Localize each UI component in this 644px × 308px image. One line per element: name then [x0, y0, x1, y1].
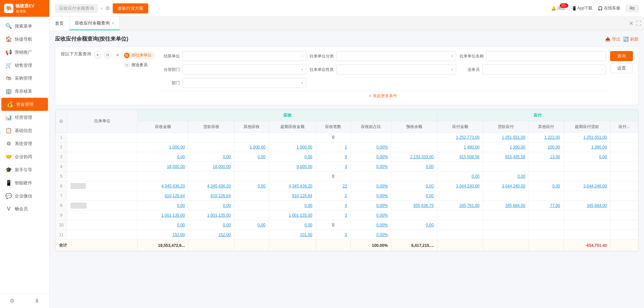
cell-ar_overdue[interactable]: 1,001,135.00 [269, 211, 316, 220]
cell-ar_advance[interactable]: 655,636.75 [391, 201, 437, 211]
cell-ap_loan[interactable]: 1,390.00 [483, 142, 529, 152]
promo-button[interactable]: 体验行业方案 [113, 3, 148, 13]
cell-ar_loan[interactable]: 0.00 [189, 220, 234, 230]
cell-ar_other[interactable]: 0.00 [234, 152, 269, 162]
cell-ar_loan[interactable]: 0.00 [189, 201, 234, 211]
gear-icon[interactable]: ⚙ [105, 5, 110, 11]
cell-ap_other[interactable]: 13.00 [529, 152, 564, 162]
cell-ar_count[interactable]: 3 [316, 211, 351, 220]
service-button[interactable]: 🎧 在线客服 [598, 5, 620, 11]
cell-ar_amount[interactable]: 152.00 [138, 230, 189, 240]
salesperson-input[interactable]: ··· [482, 64, 606, 75]
sidebar-item-wechat[interactable]: 💬 企业微信 [0, 189, 49, 203]
filter-collapse-btn[interactable]: « [114, 51, 121, 58]
sidebar-item-system[interactable]: ⚙ 系统管理 [0, 137, 49, 150]
cell-ar_count[interactable]: 3 [316, 162, 351, 172]
cell-ar_other[interactable]: 0.00 [234, 181, 269, 191]
cell-ar_amount[interactable]: 18,000.00 [138, 162, 189, 172]
cell-ar_ratio[interactable]: 0.00% [351, 152, 391, 162]
user-profile[interactable]: Rit [626, 5, 639, 12]
unit-category-input[interactable]: ▾ [336, 51, 456, 61]
cell-ar_ratio[interactable]: 0.00% [351, 220, 391, 230]
cell-ar_overdue[interactable]: 1,000.00 [269, 142, 316, 152]
refresh-button[interactable]: 🔄 刷新 [623, 36, 639, 42]
unit-nature-input[interactable]: ▾ [336, 64, 456, 75]
dept-input[interactable]: ▾ [182, 78, 306, 88]
sidebar-item-operation[interactable]: 📊 经营管理 [0, 111, 49, 124]
cell-ar_advance[interactable]: 0.00 [391, 191, 437, 201]
cell-ar_count[interactable]: 2 [316, 191, 351, 201]
cell-ap_overdue[interactable]: 1,251,551.00 [564, 133, 610, 142]
cell-ap_loan[interactable]: 3,044,240.00 [483, 181, 529, 191]
cell-ar_ratio[interactable]: 0.00% [351, 181, 391, 191]
dept-manage-input[interactable]: ▾ [182, 64, 306, 75]
sidebar-item-sales[interactable]: 🛒 销售管理 [0, 59, 49, 72]
cell-ar_amount[interactable]: 1,000.00 [138, 142, 189, 152]
cell-ar_amount[interactable]: 0.00 [138, 201, 189, 211]
scheme-by-staff[interactable]: ⊙ 按业务员 [121, 61, 154, 69]
cell-ar_ratio[interactable]: 0.00% [351, 201, 391, 211]
sidebar-item-guide[interactable]: 🎓 新手引导 [0, 163, 49, 176]
cell-ap_loan[interactable]: 0.00 [483, 172, 529, 181]
download-button[interactable]: 📲 App下载 [571, 5, 592, 11]
cell-ar_count[interactable]: 9 [316, 152, 351, 162]
cell-ar_advance[interactable]: 0.00 [391, 220, 437, 230]
sidebar-item-basic[interactable]: 📋 基础信息 [0, 124, 49, 137]
cell-ar_ratio[interactable]: 0.00% [351, 142, 391, 152]
th-settings[interactable]: ⚙ [56, 110, 67, 133]
sidebar-item-search[interactable]: 🔍 搜索菜单 [0, 19, 49, 33]
cell-ar_loan[interactable]: 152.00 [189, 230, 234, 240]
cell-ar_count[interactable]: 22 [316, 181, 351, 191]
sidebar-item-marketing[interactable]: 📢 营销推广 [0, 46, 49, 59]
cell-ap_amount[interactable]: 1,252,773.00 [437, 133, 483, 142]
cell-ar_amount[interactable]: 0.00 [138, 220, 189, 230]
cell-ar_count[interactable]: 3 [316, 230, 351, 240]
tab-ar[interactable]: 应收应付余额查询 × [69, 17, 120, 30]
cell-ar_other[interactable]: 0.00 [234, 220, 269, 230]
cell-ar_count[interactable]: 1 [316, 142, 351, 152]
maximize-btn[interactable]: ⛶ [636, 20, 641, 27]
cell-ar_ratio[interactable]: 0.00% [351, 191, 391, 201]
cell-ar_overdue[interactable]: 101.00 [269, 230, 316, 240]
cell-ar_advance[interactable]: 2,153,333.00 [391, 152, 437, 162]
sidebar-item-corp[interactable]: 🤝 企业协同 [0, 150, 49, 163]
cell-ar_amount[interactable]: 0.00 [138, 152, 189, 162]
cell-ap_overdue[interactable]: 1,390.00 [564, 142, 610, 152]
cell-ap_loan[interactable]: 915,495.56 [483, 152, 529, 162]
settlement-input[interactable]: ··· [182, 51, 306, 61]
cell-ap_amount[interactable]: 1,490.00 [437, 142, 483, 152]
cell-ap_amount[interactable]: 0.00 [437, 172, 483, 181]
sidebar-item-hardware[interactable]: 📱 智能硬件 [0, 176, 49, 189]
cell-ap_other[interactable]: 77.00 [529, 201, 564, 211]
cell-ar_amount[interactable]: 4,345,436.20 [138, 181, 189, 191]
sidebar-item-inventory[interactable]: 🏢 库存核算 [0, 85, 49, 98]
table-settings-icon[interactable]: ⚙ [59, 119, 63, 124]
close-window-btn[interactable]: ✕ [629, 20, 633, 27]
cell-ap_overdue[interactable]: 345,684.00 [564, 201, 610, 211]
cell-ar_advance[interactable]: 0.00 [391, 181, 437, 191]
sidebar-item-purchase[interactable]: 🛍 采购管理 [0, 72, 49, 85]
cell-ar_loan[interactable]: 1,001,135.00 [189, 211, 234, 220]
settings-btn[interactable]: ⚙ [10, 298, 14, 304]
cell-ar_overdue[interactable]: 4,345,436.20 [269, 181, 316, 191]
cell-ap_other[interactable]: 0.00 [529, 181, 564, 191]
cell-ar_loan[interactable]: 4,345,436.20 [189, 181, 234, 191]
settings-button[interactable]: 设置 [610, 63, 633, 73]
unit-name-input[interactable] [486, 51, 606, 61]
cell-ar_overdue[interactable]: 0.00 [269, 201, 316, 211]
cell-ap_amount[interactable]: 3,044,240.00 [437, 181, 483, 191]
cell-ar_loan[interactable]: 0.00 [189, 152, 234, 162]
cell-ar_overdue[interactable]: 0.00 [269, 152, 316, 162]
cell-ap_overdue[interactable]: 0.00 [564, 152, 610, 162]
cell-ar_loan[interactable]: 18,000.00 [189, 162, 234, 172]
notify-button[interactable]: 🔔 消息 99+ [551, 5, 566, 11]
cell-ap_other[interactable]: 1,222.00 [529, 133, 564, 142]
cell-ar_advance[interactable]: 0.00 [391, 162, 437, 172]
query-button[interactable]: 查询 [610, 51, 633, 61]
cell-ar_overdue[interactable]: 0.00 [269, 220, 316, 230]
cell-ar_overdue[interactable]: 810,126.64 [269, 191, 316, 201]
cell-ar_overdue[interactable]: 9,000.00 [269, 162, 316, 172]
cell-ar_loan[interactable]: 810,126.64 [189, 191, 234, 201]
cell-ar_ratio[interactable]: 0.00% [351, 230, 391, 240]
collapse-btn[interactable]: ⏸ [34, 298, 40, 304]
